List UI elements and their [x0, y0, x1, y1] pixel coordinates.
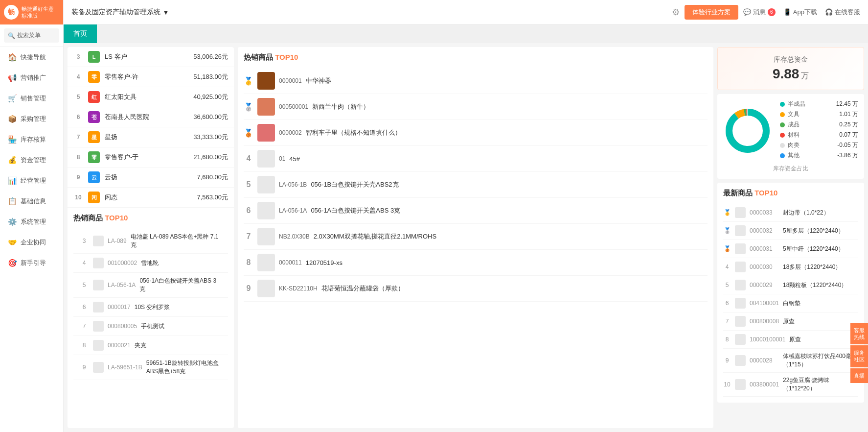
new-product-item: 7 000800008 原查	[723, 312, 858, 331]
customer-rank-item: 9 云 云扬 7,680.00元	[68, 168, 234, 188]
new-product-icon	[735, 280, 746, 290]
product-name: 花语菊恒温分蘸罐袋（厚款）	[321, 284, 404, 293]
product-thumbnail-placeholder	[257, 280, 275, 297]
new-products-list: 🥇 0000033 封边带（1.0*22） 🥈 0000032 5厘多层（122…	[723, 204, 858, 397]
rank-avatar: 零	[88, 151, 100, 163]
sidebar-item-purchase[interactable]: 📦 采购管理	[0, 109, 63, 129]
product-rank-number: 🥇	[244, 76, 253, 86]
main-area: 装备及固定资产辅助管理系统 ▼ ⚙ 体验行业方案 💬 消息 6 📱 App下载 …	[64, 0, 868, 432]
hot-item-row: 7 000800005 手机测试	[73, 317, 228, 336]
sidebar-item-stock[interactable]: 🏪 库存核算	[0, 129, 63, 150]
system-name-dropdown[interactable]: 装备及固定资产辅助管理系统 ▼	[71, 8, 667, 17]
new-product-name: 22g鱼豆腐·烧烤味（1*12*20）	[783, 376, 858, 393]
rank-amount: 40,925.00元	[193, 93, 228, 101]
new-product-icon	[735, 207, 746, 218]
donut-chart-svg	[723, 106, 772, 155]
product-code: 0000002	[279, 129, 302, 136]
sidebar-item-system[interactable]: ⚙️ 系统管理	[0, 212, 63, 232]
store-icon: 🏪	[8, 135, 17, 144]
new-product-icon	[735, 298, 746, 309]
rank-amount: 51,183.00元	[193, 72, 228, 81]
clipboard-icon: 📋	[8, 197, 17, 206]
logo-text: 畅捷通好生意 标准版	[22, 5, 54, 20]
new-product-icon	[735, 316, 746, 327]
customer-rank-item: 4 零 零售客户-许 51,183.00元	[68, 67, 234, 87]
settings-icon[interactable]: ⚙	[672, 7, 680, 18]
product-name: 056-1B白色按键开关壳ABS2克	[311, 180, 398, 189]
rank-number: 6	[73, 112, 83, 122]
online-service-button[interactable]: 🎧 在线客服	[825, 8, 860, 17]
content-area: 3 L LS 客户 53,006.26元 4 零 零售客户-许 51,183.0…	[64, 43, 868, 432]
new-product-item: 🥉 0000031 5厘中纤（1220*2440）	[723, 240, 858, 258]
legend-dot-material	[780, 133, 785, 138]
tab-bar: 首页	[64, 24, 868, 43]
megaphone-icon: 📢	[8, 73, 17, 82]
new-product-icon	[735, 355, 746, 366]
sidebar-item-company[interactable]: 🤝 企业协同	[0, 232, 63, 253]
sidebar-search-section: 🔍 搜索菜单	[0, 24, 63, 47]
product-code: NB2.0X30B	[279, 233, 310, 240]
trial-button[interactable]: 体验行业方案	[685, 5, 738, 20]
donut-chart-section: 半成品 12.45 万 文具 1.01 万 成品 0.25 万	[717, 94, 864, 179]
sidebar-item-finance[interactable]: 💰 资金管理	[0, 150, 63, 170]
hot-item-row: 4 001000002 雪地靴	[73, 254, 228, 273]
hot-product-item: 5 LA-056-1B 056-1B白色按键开关壳ABS2克	[244, 172, 708, 198]
product-thumbnail-placeholder	[257, 254, 275, 271]
new-product-rank: 7	[723, 318, 731, 325]
rank-customer-name: 云扬	[105, 173, 192, 182]
hot-product-item: 🥉 0000002 智利车子里（规格不知道填什么）	[244, 120, 708, 146]
new-product-icon	[735, 225, 746, 236]
hot-rank-number: 6	[79, 304, 89, 311]
new-product-code: 10000100001	[750, 336, 785, 343]
svg-point-1	[729, 112, 766, 149]
hot-products-list: 🥇 0000001 中华神器 🥈 000500001 新西兰牛肉（新牛） 🥉 0…	[244, 68, 708, 302]
sidebar-item-marketing[interactable]: 📢 营销推广	[0, 68, 63, 88]
rank-customer-name: 苍南县人民医院	[105, 113, 188, 121]
stock-total-card: 库存总资金 9.88 万	[717, 47, 864, 90]
box-icon: 📦	[8, 115, 17, 123]
hot-product-item: 4 01 45#	[244, 146, 708, 172]
search-menu-button[interactable]: 🔍 搜索菜单	[4, 28, 59, 43]
cs-live-button[interactable]: 直播	[850, 368, 868, 383]
new-product-rank: 🥈	[723, 227, 731, 234]
sidebar-item-sales[interactable]: 🛒 销售管理	[0, 88, 63, 109]
cs-service-button[interactable]: 服务社区	[850, 345, 868, 367]
new-product-name: 原查	[783, 317, 858, 326]
new-product-item: 5 0000029 18颗粒板（1220*2440）	[723, 276, 858, 294]
message-icon: 💬	[743, 8, 751, 16]
money-icon: 💰	[8, 156, 17, 165]
new-product-rank: 9	[723, 357, 731, 364]
rank-avatar: 闲	[88, 192, 100, 203]
sidebar-item-guide[interactable]: 🎯 新手引导	[0, 253, 63, 273]
hot-item-code: 000800005	[108, 323, 137, 330]
phone-icon: 📱	[783, 8, 791, 16]
new-product-name: 原查	[789, 336, 858, 344]
legend-dot-semifinished	[780, 102, 785, 107]
rank-number: 8	[73, 152, 83, 162]
product-rank-number: 8	[244, 258, 253, 267]
tab-home[interactable]: 首页	[64, 24, 97, 43]
product-name: 中华神器	[306, 76, 331, 85]
legend-item-other: 其他 -3.86 万	[780, 151, 858, 160]
sidebar: 畅 畅捷通好生意 标准版 🔍 搜索菜单 🏠 快捷导航 📢 营销推广 🛒 销售管理…	[0, 0, 64, 432]
hot-rank-number: 7	[79, 323, 89, 330]
sidebar-item-operation[interactable]: 📊 经营管理	[0, 170, 63, 191]
sidebar-item-quick-nav[interactable]: 🏠 快捷导航	[0, 47, 63, 68]
rank-number: 9	[73, 172, 83, 182]
product-name: 056-1A白色按键开关盖ABS 3克	[311, 206, 400, 215]
product-rank-number: 5	[244, 180, 253, 190]
nav-list: 🏠 快捷导航 📢 营销推广 🛒 销售管理 📦 采购管理 🏪 库存核算 💰 资金管…	[0, 47, 63, 273]
new-product-code: 000800008	[750, 318, 779, 325]
hot-products-title: 热销商品 TOP10	[244, 53, 708, 62]
logo-icon: 畅	[4, 5, 19, 20]
app-download-button[interactable]: 📱 App下载	[783, 8, 817, 17]
customer-rank-item: 10 闲 闲态 7,563.00元	[68, 188, 234, 208]
message-button[interactable]: 💬 消息 6	[743, 8, 776, 17]
cs-hotline-button[interactable]: 客服热线	[850, 323, 868, 345]
sidebar-item-basics[interactable]: 📋 基础信息	[0, 191, 63, 212]
customer-ranking-list: 3 L LS 客户 53,006.26元 4 零 零售客户-许 51,183.0…	[68, 47, 234, 208]
handshake-icon: 🤝	[8, 238, 17, 247]
new-product-rank: 6	[723, 300, 731, 307]
new-product-icon	[735, 379, 746, 390]
hot-rank-number: 3	[79, 238, 89, 244]
